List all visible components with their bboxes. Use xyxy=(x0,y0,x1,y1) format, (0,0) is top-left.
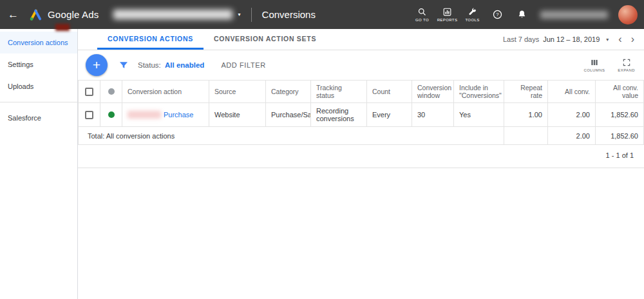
total-label: Total: All conversion actions xyxy=(79,127,504,145)
account-dropdown-caret-icon[interactable]: ▾ xyxy=(238,12,241,17)
cell-source: Website xyxy=(209,103,266,127)
cell-repeat-rate: 1.00 xyxy=(504,103,548,127)
cell-conversion-window: 30 xyxy=(412,103,454,127)
help-icon: ? xyxy=(492,9,503,20)
status-filter-value: All enabled xyxy=(165,61,204,69)
reports-label: REPORTS xyxy=(437,18,458,22)
tab-bar: CONVERSION ACTIONS CONVERSION ACTION SET… xyxy=(78,29,644,50)
col-conversion-window[interactable]: Conversion window xyxy=(412,81,454,103)
status-filter-label: Status: xyxy=(138,61,161,69)
svg-text:?: ? xyxy=(496,12,499,17)
status-enabled-icon xyxy=(108,111,115,118)
status-filter-chip[interactable]: Status: All enabled xyxy=(138,61,204,69)
tools-button[interactable]: TOOLS xyxy=(460,7,484,22)
help-button[interactable]: ? xyxy=(488,9,507,20)
status-dot-header-icon xyxy=(108,88,115,95)
top-app-bar: ← Google Ads ▾ Conversions GO TO REPORTS xyxy=(0,0,644,29)
tab-conversion-actions[interactable]: CONVERSION ACTIONS xyxy=(97,29,204,50)
redacted-account-id xyxy=(540,11,608,19)
redacted-account-name[interactable] xyxy=(113,10,232,19)
search-icon xyxy=(417,7,427,17)
main-area: CONVERSION ACTIONS CONVERSION ACTION SET… xyxy=(78,29,644,299)
expand-icon xyxy=(622,58,631,67)
cell-include-in-conversions: Yes xyxy=(454,103,504,127)
col-source[interactable]: Source xyxy=(209,81,266,103)
redacted-badge xyxy=(55,24,70,31)
redacted-name-prefix xyxy=(128,111,161,119)
sidebar-divider xyxy=(0,102,77,102)
reports-button[interactable]: REPORTS xyxy=(435,7,459,22)
total-repeat-rate xyxy=(504,127,548,145)
row-checkbox[interactable] xyxy=(85,111,93,119)
col-category[interactable]: Category xyxy=(266,81,311,103)
table-row: Purchase Website Purchase/Sale Recording… xyxy=(79,103,644,127)
back-icon[interactable]: ← xyxy=(8,8,24,21)
select-all-checkbox[interactable] xyxy=(85,88,93,96)
expand-button[interactable]: EXPAND xyxy=(618,58,635,72)
sidebar-item-salesforce[interactable]: Salesforce xyxy=(0,107,77,129)
col-all-conv[interactable]: All conv. xyxy=(548,81,596,103)
col-all-conv-value[interactable]: All conv. value xyxy=(596,81,644,103)
date-prev-icon[interactable]: ‹ xyxy=(614,34,626,44)
date-range-caret-icon[interactable]: ▾ xyxy=(606,37,609,43)
goto-label: GO TO xyxy=(415,18,429,22)
cell-tracking-status: Recording conversions xyxy=(311,103,367,127)
cell-all-conv: 2.00 xyxy=(548,103,596,127)
conversion-actions-table: Conversion action Source Category Tracki… xyxy=(78,80,644,145)
content-shell: Conversion actions Settings Uploads Sale… xyxy=(0,29,644,299)
col-repeat-rate[interactable]: Repeat rate xyxy=(504,81,548,103)
cell-count: Every xyxy=(367,103,412,127)
total-all-conv-value: 1,852.60 xyxy=(596,127,644,145)
col-tracking-status[interactable]: Tracking status xyxy=(311,81,367,103)
sidebar: Conversion actions Settings Uploads Sale… xyxy=(0,29,78,299)
topbar-divider xyxy=(251,8,252,22)
date-range-preset: Last 7 days xyxy=(503,35,539,43)
expand-label: EXPAND xyxy=(618,68,635,72)
pagination-label: 1 - 1 of 1 xyxy=(606,151,634,159)
conversion-action-link[interactable]: Purchase xyxy=(164,111,193,119)
table-tools: COLUMNS EXPAND xyxy=(584,58,635,72)
total-all-conv: 2.00 xyxy=(548,127,596,145)
cell-all-conv-value: 1,852.60 xyxy=(596,103,644,127)
notifications-button[interactable] xyxy=(512,9,531,20)
date-range-picker[interactable]: Last 7 days Jun 12 – 18, 2019 ▾ ‹ › xyxy=(503,29,644,50)
sidebar-item-settings[interactable]: Settings xyxy=(0,53,77,75)
table-total-row: Total: All conversion actions 2.00 1,852… xyxy=(79,127,644,145)
goto-button[interactable]: GO TO xyxy=(410,7,434,22)
col-count[interactable]: Count xyxy=(367,81,412,103)
col-include-in-conversions[interactable]: Include in "Conversions" xyxy=(454,81,504,103)
sidebar-item-conversion-actions[interactable]: Conversion actions xyxy=(0,32,77,53)
col-conversion-action[interactable]: Conversion action xyxy=(122,81,209,103)
brand-title: Google Ads xyxy=(48,9,99,20)
date-range-value: Jun 12 – 18, 2019 xyxy=(543,35,600,43)
sidebar-item-uploads[interactable]: Uploads xyxy=(0,75,77,97)
conversion-action-name: Purchase xyxy=(128,111,204,119)
page-title: Conversions xyxy=(262,9,316,20)
reports-icon xyxy=(442,7,452,17)
bell-icon xyxy=(516,9,527,20)
table-header-row: Conversion action Source Category Tracki… xyxy=(79,81,644,103)
topbar-actions: GO TO REPORTS TOOLS ? xyxy=(410,5,638,24)
avatar[interactable] xyxy=(618,5,638,24)
add-conversion-button[interactable]: + xyxy=(86,54,108,76)
cell-category: Purchase/Sale xyxy=(266,103,311,127)
filter-funnel-icon[interactable] xyxy=(118,60,129,70)
pagination-bar: 1 - 1 of 1 xyxy=(78,145,644,168)
columns-button[interactable]: COLUMNS xyxy=(584,58,605,72)
wrench-icon xyxy=(468,7,477,17)
google-ads-logo-icon xyxy=(28,8,43,22)
columns-icon xyxy=(590,58,599,67)
date-next-icon[interactable]: › xyxy=(627,34,639,44)
tools-label: TOOLS xyxy=(465,18,479,22)
add-filter-button[interactable]: ADD FILTER xyxy=(221,61,265,69)
filter-bar: + Status: All enabled ADD FILTER COLUMNS xyxy=(78,50,644,80)
columns-label: COLUMNS xyxy=(584,68,605,72)
tab-conversion-action-sets[interactable]: CONVERSION ACTION SETS xyxy=(204,29,327,50)
